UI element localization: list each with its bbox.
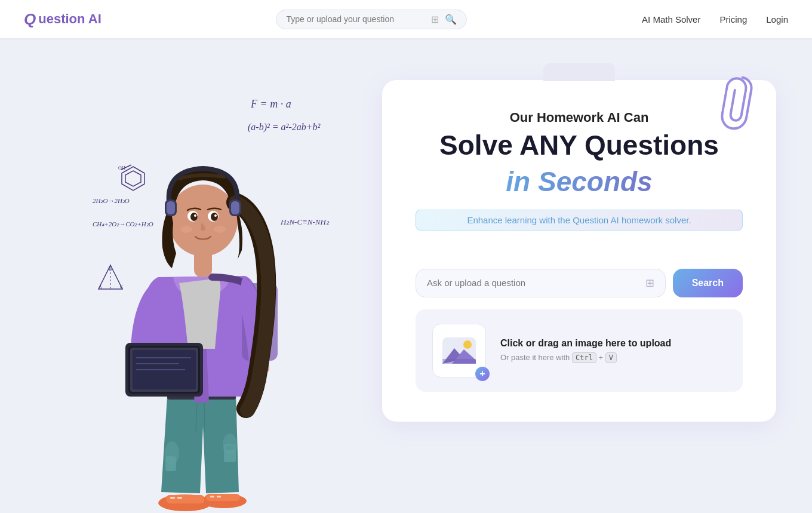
nav-search-input[interactable] — [286, 14, 425, 24]
upload-paste-hint: Or paste it here with Ctrl + V — [500, 352, 671, 363]
svg-rect-12 — [166, 495, 205, 503]
navbar: Q uestion AI ⊞ 🔍 AI Math Solver Pricing … — [0, 0, 812, 38]
svg-rect-15 — [170, 497, 175, 499]
search-button[interactable]: Search — [673, 269, 743, 297]
svg-point-47 — [180, 226, 192, 233]
upload-area[interactable]: + Click or drag an image here to upload … — [416, 309, 743, 392]
svg-point-43 — [190, 213, 198, 221]
svg-text:A: A — [99, 284, 102, 290]
svg-rect-16 — [177, 497, 182, 499]
paperclip-decoration — [717, 72, 758, 142]
hero-card: Our Homework AI Can Solve ANY Questions … — [382, 80, 776, 422]
kbd-plus: + — [598, 353, 605, 362]
card-search-bar: ⊞ Search — [416, 269, 743, 297]
svg-rect-18 — [217, 496, 221, 497]
kbd-ctrl: Ctrl — [572, 352, 596, 363]
nav-search-bar[interactable]: ⊞ 🔍 — [276, 10, 467, 29]
svg-rect-57 — [442, 359, 476, 364]
upload-icon-wrapper: + — [432, 324, 486, 377]
logo-q: Q — [24, 10, 36, 29]
calculator-icon[interactable]: ⊞ — [431, 14, 439, 25]
card-search-input-wrap[interactable]: ⊞ — [416, 269, 666, 297]
logo[interactable]: Q uestion AI — [24, 10, 102, 29]
nav-link-pricing[interactable]: Pricing — [719, 14, 747, 24]
nav-link-login[interactable]: Login — [766, 14, 788, 24]
upload-title: Click or drag an image here to upload — [500, 338, 671, 349]
logo-text: uestion AI — [38, 11, 102, 27]
kbd-v: V — [605, 352, 617, 363]
calculator-icon-card[interactable]: ⊞ — [645, 277, 654, 290]
svg-point-48 — [214, 226, 226, 233]
hero-title-italic: in Seconds — [416, 165, 743, 198]
svg-point-45 — [194, 214, 196, 217]
upload-plus-icon: + — [475, 367, 490, 381]
svg-point-54 — [463, 340, 472, 349]
card-question-input[interactable] — [427, 278, 639, 288]
character-illustration — [107, 98, 299, 513]
character-section: OH F = m · a (a-b)² = a²-2ab+b² 2H₂O→2H₂… — [36, 50, 370, 513]
svg-rect-50 — [167, 201, 175, 214]
svg-point-23 — [223, 434, 237, 455]
hero-badge: Enhance learning with the Question AI ho… — [416, 210, 743, 231]
search-icon[interactable]: 🔍 — [445, 14, 457, 25]
svg-rect-52 — [231, 201, 239, 214]
nav-link-ai-math-solver[interactable]: AI Math Solver — [642, 14, 700, 24]
svg-point-44 — [211, 213, 218, 221]
svg-point-40 — [168, 185, 238, 256]
main-content: OH F = m · a (a-b)² = a²-2ab+b² 2H₂O→2H₂… — [0, 38, 812, 513]
folder-tab — [543, 63, 615, 81]
svg-rect-17 — [210, 496, 214, 497]
svg-point-22 — [165, 441, 179, 465]
hero-section: Our Homework AI Can Solve ANY Questions … — [382, 80, 776, 422]
hero-title: Solve ANY Questions — [416, 130, 743, 161]
svg-point-46 — [214, 214, 217, 217]
nav-links: AI Math Solver Pricing Login — [642, 14, 788, 24]
svg-line-25 — [204, 400, 205, 432]
upload-text: Click or drag an image here to upload Or… — [500, 338, 671, 363]
hero-subtitle: Our Homework AI Can — [416, 110, 743, 125]
